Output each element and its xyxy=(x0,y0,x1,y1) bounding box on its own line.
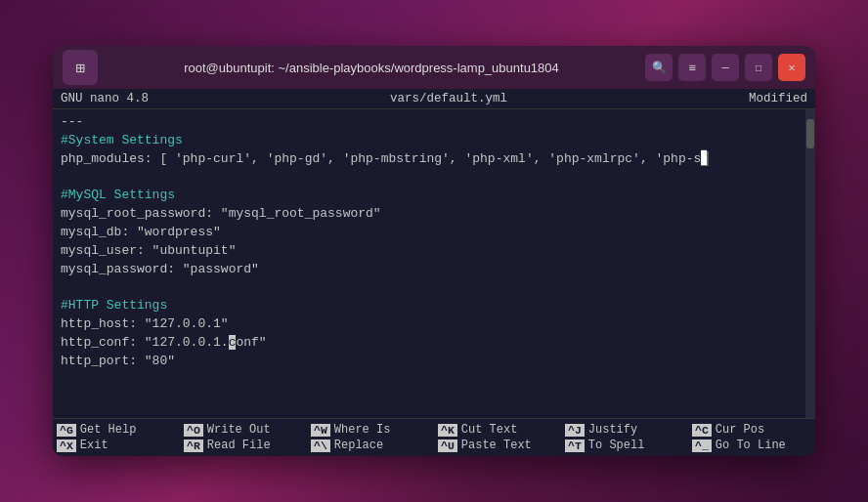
nano-filename: vars/default.yml xyxy=(390,92,507,105)
line-6: mysql_root_password: "mysql_root_passwor… xyxy=(61,205,798,224)
nano-modified: Modified xyxy=(749,92,807,105)
close-icon: ✕ xyxy=(788,61,795,74)
footer-exit[interactable]: ^X Exit xyxy=(57,439,184,452)
line-12: http_host: "127.0.0.1" xyxy=(61,315,798,334)
footer-write-out[interactable]: ^O Write Out xyxy=(184,423,311,437)
footer-cur-pos[interactable]: ^C Cur Pos xyxy=(692,423,815,437)
nano-header: GNU nano 4.8 vars/default.yml Modified xyxy=(53,89,815,109)
footer-key-exit: ^X xyxy=(57,439,76,452)
line-2: #System Settings xyxy=(61,132,798,150)
footer-label-cut-text: Cut Text xyxy=(461,423,518,437)
nano-footer: ^G Get Help ^O Write Out ^W Where Is ^K … xyxy=(53,418,815,456)
footer-go-to-line[interactable]: ^_ Go To Line xyxy=(692,439,815,452)
footer-get-help[interactable]: ^G Get Help xyxy=(57,423,184,437)
line-11: #HTTP Settings xyxy=(61,297,798,315)
footer-key-justify: ^J xyxy=(565,424,585,437)
terminal-window: ⊞ root@ubuntupit: ~/ansible-playbooks/wo… xyxy=(53,46,815,456)
footer-row-1: ^G Get Help ^O Write Out ^W Where Is ^K … xyxy=(53,422,815,438)
minimize-icon: – xyxy=(721,61,728,74)
line-3: php_modules: [ 'php-curl', 'php-gd', 'ph… xyxy=(61,150,798,169)
line-14: http_port: "80" xyxy=(61,353,798,371)
window-title: root@ubuntupit: ~/ansible-playbooks/word… xyxy=(106,61,637,75)
footer-label-get-help: Get Help xyxy=(80,423,137,437)
footer-label-where-is: Where Is xyxy=(334,423,391,437)
window-controls: 🔍 ≡ – ☐ ✕ xyxy=(645,54,805,81)
nano-text[interactable]: --- #System Settings php_modules: [ 'php… xyxy=(53,109,805,418)
footer-key-write-out: ^O xyxy=(184,424,203,437)
footer-key-replace: ^\ xyxy=(311,439,330,452)
footer-key-cut-text: ^K xyxy=(438,424,457,437)
footer-label-read-file: Read File xyxy=(207,439,271,452)
scrollbar-thumb[interactable] xyxy=(806,119,814,148)
footer-label-replace: Replace xyxy=(334,439,383,452)
close-button[interactable]: ✕ xyxy=(778,54,805,81)
footer-key-read-file: ^R xyxy=(184,439,203,452)
footer-label-paste-text: Paste Text xyxy=(461,439,532,452)
footer-paste-text[interactable]: ^U Paste Text xyxy=(438,439,565,452)
line-5: #MySQL Settings xyxy=(61,187,798,205)
menu-icon: ≡ xyxy=(688,61,695,74)
line-4 xyxy=(61,169,798,188)
footer-cut-text[interactable]: ^K Cut Text xyxy=(438,423,565,437)
footer-label-go-to-line: Go To Line xyxy=(716,439,786,452)
title-bar: ⊞ root@ubuntupit: ~/ansible-playbooks/wo… xyxy=(53,46,815,89)
maximize-icon: ☐ xyxy=(755,61,761,74)
footer-read-file[interactable]: ^R Read File xyxy=(184,439,311,452)
footer-label-cur-pos: Cur Pos xyxy=(716,423,764,437)
nano-body-container[interactable]: --- #System Settings php_modules: [ 'php… xyxy=(53,109,815,418)
footer-key-paste-text: ^U xyxy=(438,439,457,452)
line-10 xyxy=(61,279,798,298)
nano-version: GNU nano 4.8 xyxy=(61,92,149,105)
search-button[interactable]: 🔍 xyxy=(645,54,673,81)
minimize-button[interactable]: – xyxy=(712,54,739,81)
line-13: http_conf: "127.0.0.1.conf" xyxy=(61,334,798,353)
footer-label-exit: Exit xyxy=(80,439,108,452)
footer-label-write-out: Write Out xyxy=(207,423,271,437)
line-9: mysql_password: "password" xyxy=(61,261,798,279)
footer-label-to-spell: To Spell xyxy=(588,439,645,452)
footer-key-to-spell: ^T xyxy=(565,439,585,452)
maximize-button[interactable]: ☐ xyxy=(745,54,772,81)
footer-key-go-to-line: ^_ xyxy=(692,439,712,452)
footer-key-cur-pos: ^C xyxy=(692,424,712,437)
footer-justify[interactable]: ^J Justify xyxy=(565,423,692,437)
footer-label-justify: Justify xyxy=(588,423,637,437)
search-icon: 🔍 xyxy=(652,61,667,74)
footer-key-where-is: ^W xyxy=(311,424,330,437)
footer-key-get-help: ^G xyxy=(57,424,76,437)
terminal-icon: ⊞ xyxy=(63,50,98,85)
footer-replace[interactable]: ^\ Replace xyxy=(311,439,438,452)
line-1: --- xyxy=(61,113,798,132)
line-7: mysql_db: "wordpress" xyxy=(61,224,798,242)
footer-row-2: ^X Exit ^R Read File ^\ Replace ^U Paste… xyxy=(53,438,815,453)
footer-where-is[interactable]: ^W Where Is xyxy=(311,423,438,437)
nano-editor: GNU nano 4.8 vars/default.yml Modified -… xyxy=(53,89,815,456)
scrollbar[interactable] xyxy=(805,109,815,418)
window-icon: ⊞ xyxy=(75,59,85,77)
line-8: mysql_user: "ubuntupit" xyxy=(61,242,798,261)
menu-button[interactable]: ≡ xyxy=(678,54,706,81)
footer-to-spell[interactable]: ^T To Spell xyxy=(565,439,692,452)
